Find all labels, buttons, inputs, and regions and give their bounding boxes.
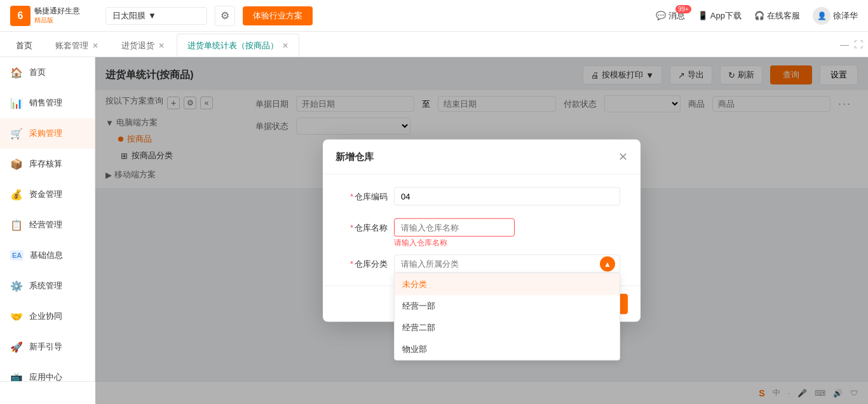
modal-title: 新增仓库 [336,151,374,163]
sidebar-guide-label: 新手引导 [29,341,62,353]
sidebar-item-sales[interactable]: 📊 销售管理 [0,88,95,118]
page-content: 进货单统计(按商品) 🖨 按模板打印 ▼ ↗ 导出 ↻ 刷新 查询 设置 [95,57,868,404]
code-label: 仓库编码 [343,187,394,203]
online-service-btn[interactable]: 🎧 在线客服 [754,10,800,22]
tab-bar: 首页 账套管理 ✕ 进货退货 ✕ 进货单统计表（按商品） ✕ — ⛶ [0,32,868,57]
category-dropdown-wrapper: ▲ 未分类 经营一部 经营二部 物业部 [394,255,620,273]
sidebar-item-basic-info[interactable]: EA 基础信息 [0,240,95,271]
trial-button[interactable]: 体验行业方案 [243,6,313,25]
main-layout: 🏠 首页 📊 销售管理 🛒 采购管理 📦 库存核算 💰 资金管理 📋 经营管理 … [0,57,868,404]
store-name: 日太阳膜 [112,10,146,22]
header-right: 💬 消息 99+ 📱 App下载 🎧 在线客服 👤 徐泽华 [656,7,858,25]
logo-text: 畅捷通好生意 [34,6,80,17]
purchase-icon: 🛒 [10,128,23,140]
phone-icon: 📱 [698,11,708,20]
username: 徐泽华 [833,10,858,22]
app-download-btn[interactable]: 📱 App下载 [698,10,742,22]
messages-btn[interactable]: 💬 消息 99+ [656,10,685,22]
enterprise-icon: 🤝 [10,311,23,323]
finance-icon: 💰 [10,189,23,201]
form-row-category: 仓库分类 ▲ 未分类 经营一部 经营二部 物业部 [343,255,620,273]
tab-accounts[interactable]: 账套管理 ✕ [44,34,109,57]
sidebar-purchase-label: 采购管理 [29,128,62,139]
name-label: 仓库名称 [343,219,394,234]
sidebar-item-inventory[interactable]: 📦 库存核算 [0,149,95,179]
logo-area: 6 畅捷通好生意 精品版 [10,6,105,26]
category-label: 仓库分类 [343,255,394,270]
messages-badge: 99+ [675,5,691,13]
sidebar-operations-label: 经营管理 [29,219,62,231]
dropdown-item-unclassified[interactable]: 未分类 [395,274,620,295]
tab-returns-close[interactable]: ✕ [158,42,165,50]
system-icon: ⚙️ [10,280,23,292]
header-center: 日太阳膜 ▼ ⚙ 体验行业方案 [105,6,656,26]
dropdown-item-property[interactable]: 物业部 [395,339,620,360]
name-input[interactable] [394,219,515,237]
app-download-label: App下载 [710,10,742,22]
tab-minimize-icon[interactable]: — [840,39,849,50]
guide-icon: 🚀 [10,341,23,353]
sidebar-item-system[interactable]: ⚙️ 系统管理 [0,271,95,301]
sidebar-item-enterprise[interactable]: 🤝 企业协同 [0,301,95,332]
sidebar-basic-info-label: 基础信息 [30,250,63,261]
dropdown-item-dept2[interactable]: 经营二部 [395,317,620,339]
sidebar-inventory-label: 库存核算 [29,158,62,170]
top-header: 6 畅捷通好生意 精品版 日太阳膜 ▼ ⚙ 体验行业方案 💬 消息 99+ 📱 … [0,0,868,32]
sidebar: 🏠 首页 📊 销售管理 🛒 采购管理 📦 库存核算 💰 资金管理 📋 经营管理 … [0,57,95,404]
tab-accounts-label: 账套管理 [55,40,88,51]
dropdown-item-dept1[interactable]: 经营一部 [395,295,620,317]
category-input[interactable] [394,255,620,273]
headset-icon: 🎧 [754,11,764,20]
sidebar-item-home[interactable]: 🏠 首页 [0,57,95,88]
sidebar-sales-label: 销售管理 [29,97,62,109]
sales-icon: 📊 [10,97,23,109]
add-warehouse-modal: 新增仓库 ✕ 仓库编码 仓库名称 请输入仓库名称 [323,140,641,322]
sidebar-home-label: 首页 [29,67,46,78]
tab-expand-icon[interactable]: ⛶ [854,39,863,50]
tab-stats-close[interactable]: ✕ [282,42,288,50]
tab-returns-label: 进货退货 [121,40,154,51]
dropdown-toggle-button[interactable]: ▲ [600,256,615,271]
tab-home-label: 首页 [16,40,32,51]
tab-accounts-close[interactable]: ✕ [92,42,98,50]
tab-returns[interactable]: 进货退货 ✕ [111,34,175,57]
tab-bar-right: — ⛶ [840,32,868,57]
store-selector[interactable]: 日太阳膜 ▼ [105,7,207,25]
inventory-icon: 📦 [10,158,23,170]
logo-icon: 6 [10,6,31,26]
home-icon: 🏠 [10,67,23,79]
logo-sub: 精品版 [34,16,80,25]
modal-header: 新增仓库 ✕ [323,140,641,175]
sidebar-item-finance[interactable]: 💰 资金管理 [0,179,95,210]
sidebar-system-label: 系统管理 [29,280,62,292]
sidebar-item-purchase[interactable]: 🛒 采购管理 [0,118,95,149]
message-icon: 💬 [656,11,666,20]
sidebar-item-operations[interactable]: 📋 经营管理 [0,210,95,240]
online-service-label: 在线客服 [767,10,800,22]
form-row-name: 仓库名称 请输入仓库名称 [343,219,620,237]
operations-icon: 📋 [10,219,23,231]
tab-stats-label: 进货单统计表（按商品） [187,40,278,51]
modal-body: 仓库编码 仓库名称 请输入仓库名称 仓库分类 ▲ [323,175,641,286]
sidebar-item-guide[interactable]: 🚀 新手引导 [0,332,95,362]
tab-home[interactable]: 首页 [5,34,43,57]
chevron-down-icon: ▼ [148,11,156,20]
code-input[interactable] [394,187,620,206]
user-menu[interactable]: 👤 徐泽华 [813,7,858,25]
tab-stats[interactable]: 进货单统计表（按商品） ✕ [177,34,299,57]
settings-icon[interactable]: ⚙ [215,6,235,26]
form-row-code: 仓库编码 [343,187,620,206]
category-dropdown-list: 未分类 经营一部 经营二部 物业部 [394,273,620,361]
basic-info-icon: EA [10,250,24,260]
avatar: 👤 [813,7,831,25]
modal-close-button[interactable]: ✕ [618,150,628,164]
sidebar-enterprise-label: 企业协同 [29,311,62,322]
name-error-msg: 请输入仓库名称 [394,238,447,248]
sidebar-finance-label: 资金管理 [29,189,62,200]
